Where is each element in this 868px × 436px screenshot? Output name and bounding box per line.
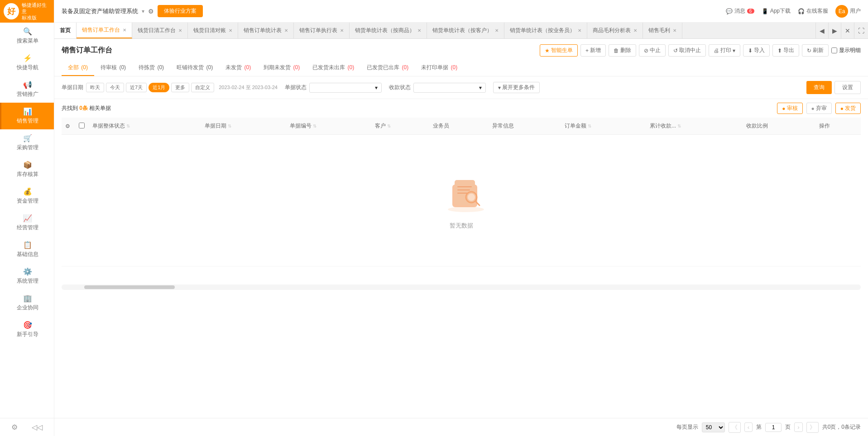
today-btn[interactable]: 今天 [106, 83, 124, 92]
refresh-button[interactable]: ↻ 刷新 [802, 44, 829, 57]
query-button[interactable]: 查询 [806, 81, 832, 94]
tab-scroll-left-button[interactable]: ◀ [815, 23, 828, 38]
sidebar-item-basic-info[interactable]: 📋 基础信息 [0, 236, 54, 263]
tab-close-icon[interactable]: ✕ [673, 28, 676, 33]
tab-close-icon[interactable]: ✕ [284, 28, 288, 33]
header: 装备及固定资产辅助管理系统 ▾ ⚙ 体验行业方案 💬 消息 6 📱 App下载 … [54, 0, 868, 23]
th-number-sort[interactable]: 单据编号 ⇅ [290, 122, 368, 130]
sidebar-item-search[interactable]: 🔍 搜索菜单 [0, 23, 54, 49]
industry-solution-button[interactable]: 体验行业方案 [158, 5, 203, 17]
expand-conditions-button[interactable]: ▾ 展开更多条件 [493, 82, 540, 93]
first-page-button[interactable]: 《 [729, 422, 741, 433]
show-detail-checkbox[interactable] [831, 47, 837, 53]
print-button[interactable]: 🖨 打印 ▾ [709, 44, 740, 57]
ship-action-button[interactable]: ● 发货 [835, 103, 861, 114]
prev-page-button[interactable]: ‹ [744, 422, 753, 432]
tab-sales-gross[interactable]: 销售毛利 ✕ [643, 23, 682, 38]
sub-tab-shipped-not-out[interactable]: 已发货未出库 (0) [306, 60, 360, 76]
tab-close-icon[interactable]: ✕ [340, 28, 344, 33]
horizontal-scrollbar[interactable] [62, 284, 861, 290]
sidebar-item-system[interactable]: ⚙️ 系统管理 [0, 263, 54, 289]
tab-home[interactable]: 首页 [54, 23, 77, 38]
tab-close-icon[interactable]: ✕ [229, 28, 232, 33]
sidebar-item-enterprise[interactable]: 🏢 企业协同 [0, 289, 54, 316]
tab-close-all-button[interactable]: ✕ [841, 23, 854, 38]
tab-cash-daily[interactable]: 钱货日清工作台 ✕ [132, 23, 188, 38]
custom-btn[interactable]: 自定义 [191, 83, 214, 92]
last-month-btn[interactable]: 近1月 [149, 83, 169, 92]
review-action-button[interactable]: ● 审核 [777, 103, 802, 114]
sidebar-item-marketing[interactable]: 📢 营销推广 [0, 76, 54, 103]
cancel-review-button[interactable]: ● 弃审 [806, 103, 832, 114]
overdue-count: (0) [293, 64, 300, 71]
th-amount-sort[interactable]: 订单金额 ⇅ [565, 122, 643, 130]
last-page-button[interactable]: 》 [806, 422, 819, 433]
sub-tab-wangpu-pending[interactable]: 旺铺待发货 (0) [170, 60, 219, 76]
per-page-select[interactable]: 50 10 20 100 [702, 422, 725, 432]
online-service-button[interactable]: 🎧 在线客服 [798, 7, 828, 15]
tab-sales-workbench[interactable]: 销售订单工作台 ✕ [77, 23, 132, 38]
collapse-icon[interactable]: ◁◁ [32, 423, 43, 431]
tab-sales-stats[interactable]: 销售订单统计表 ✕ [238, 23, 294, 38]
sidebar-item-inventory[interactable]: 📦 库存核算 [0, 156, 54, 183]
smart-create-button[interactable]: ★ 智能生单 [540, 44, 578, 57]
import-button[interactable]: ⬇ 导入 [743, 44, 770, 57]
th-date-sort[interactable]: 单据日期 ⇅ [205, 122, 283, 130]
filter-setting-button[interactable]: 设置 [834, 81, 861, 94]
add-button[interactable]: + 新增 [580, 44, 606, 57]
tab-close-icon[interactable]: ✕ [417, 28, 421, 33]
sub-tab-not-shipped[interactable]: 未发货 (0) [219, 60, 257, 76]
tab-close-icon[interactable]: ✕ [178, 28, 182, 33]
tab-sales-summary-staff[interactable]: 销货单统计表（按业务员） ✕ [504, 23, 587, 38]
th-customer-sort[interactable]: 客户 ⇅ [375, 122, 426, 130]
sidebar-item-finance[interactable]: 💰 资金管理 [0, 183, 54, 209]
sidebar-item-sales[interactable]: 📊 销售管理 [0, 103, 54, 129]
export-button[interactable]: ⬆ 导出 [772, 44, 799, 57]
tab-sales-summary-product[interactable]: 销货单统计表（按商品） ✕ [350, 23, 427, 38]
filter-actions: 查询 设置 [806, 81, 861, 94]
payment-select[interactable]: ▾ [413, 83, 486, 93]
more-btn[interactable]: 更多 [171, 83, 189, 92]
th-collected-sort[interactable]: 累计收款... ⇅ [650, 122, 739, 130]
tab-close-icon[interactable]: ✕ [495, 28, 499, 33]
last7-btn[interactable]: 近7天 [126, 83, 147, 92]
tab-scroll-right-button[interactable]: ▶ [828, 23, 841, 38]
tab-sales-summary-customer[interactable]: 销货单统计表（按客户） ✕ [427, 23, 504, 38]
message-button[interactable]: 💬 消息 6 [726, 7, 754, 15]
tab-close-icon[interactable]: ✕ [578, 28, 581, 33]
app-download-button[interactable]: 📱 App下载 [762, 7, 791, 15]
stop-button[interactable]: ⊘ 中止 [639, 44, 666, 57]
tab-gross-profit[interactable]: 商品毛利分析表 ✕ [587, 23, 643, 38]
tab-sales-exec[interactable]: 销售订单执行表 ✕ [294, 23, 350, 38]
cancel-stop-button[interactable]: ↺ 取消中止 [668, 44, 706, 57]
status-select[interactable]: ▾ [309, 83, 382, 93]
settings-bottom-icon[interactable]: ⚙ [11, 423, 18, 431]
show-detail-toggle[interactable]: 显示明细 [831, 47, 861, 54]
user-button[interactable]: Ea 用户 [835, 5, 861, 18]
th-gear[interactable]: ⚙ [62, 118, 75, 135]
sidebar-item-quick-nav[interactable]: ⚡ 快捷导航 [0, 49, 54, 76]
th-checkbox[interactable] [75, 118, 89, 135]
delete-button[interactable]: 🗑 删除 [609, 44, 636, 57]
sub-tab-pending-review[interactable]: 待审核 (0) [94, 60, 132, 76]
sub-tab-pending-pickup[interactable]: 待拣货 (0) [132, 60, 170, 76]
sub-tab-all[interactable]: 全部 (0) [62, 60, 94, 76]
sidebar-item-purchase[interactable]: 🛒 采购管理 [0, 129, 54, 156]
sub-tab-shipped-out[interactable]: 已发货已出库 (0) [360, 60, 415, 76]
page-number-input[interactable] [765, 423, 782, 432]
next-page-button[interactable]: › [794, 422, 802, 432]
th-status-sort[interactable]: 单据整体状态 ⇅ [92, 122, 197, 130]
scrollbar-thumb[interactable] [84, 285, 175, 289]
tab-cash-reconcile[interactable]: 钱货日清对账 ✕ [188, 23, 238, 38]
select-all-checkbox[interactable] [79, 123, 85, 128]
sidebar-item-operations[interactable]: 📈 经营管理 [0, 209, 54, 236]
yesterday-btn[interactable]: 昨天 [86, 83, 104, 92]
sidebar-item-guide[interactable]: 🎯 新手引导 [0, 316, 54, 343]
sub-tab-not-printed[interactable]: 未打印单据 (0) [415, 60, 464, 76]
tab-close-icon[interactable]: ✕ [633, 28, 637, 33]
tab-maximize-button[interactable]: ⛶ [854, 23, 868, 38]
tab-close-icon[interactable]: ✕ [123, 28, 126, 33]
sub-tab-overdue-not-shipped[interactable]: 到期未发货 (0) [257, 60, 306, 76]
dropdown-arrow-icon[interactable]: ▾ [142, 8, 144, 14]
header-gear-icon[interactable]: ⚙ [148, 8, 154, 15]
